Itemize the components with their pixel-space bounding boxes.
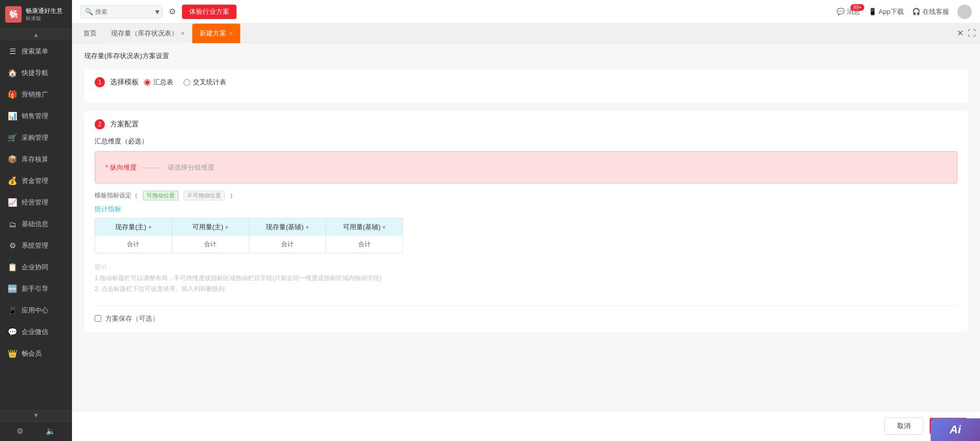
- radio-cross-input[interactable]: [184, 79, 190, 86]
- col-body-1: 合计: [172, 236, 249, 253]
- col-header-1[interactable]: 可用量(主) ▾: [172, 218, 249, 236]
- sidebar-item-system[interactable]: ⚙ 系统管理: [0, 235, 72, 256]
- app-download-btn[interactable]: 📱 App下载: [868, 7, 904, 16]
- sidebar-item-label: 搜索菜单: [22, 47, 48, 56]
- scheme-save-checkbox[interactable]: [95, 315, 101, 322]
- app-center-icon: 📱: [7, 306, 17, 315]
- sidebar-scroll-down[interactable]: ▼: [0, 410, 72, 421]
- search-dropdown[interactable]: ▼: [154, 8, 161, 16]
- message-btn[interactable]: 💬 消息 99+: [837, 7, 860, 16]
- col-header-0[interactable]: 现存量(主) ▾: [95, 218, 172, 236]
- hint-item-1: 2. 点击标题栏下拉可设置排序、插入列和删除列: [95, 285, 225, 292]
- sidebar-item-label: 系统管理: [22, 241, 48, 250]
- col-chevron-2: ▾: [306, 224, 309, 231]
- step2-label: 方案配置: [110, 120, 139, 129]
- tabs-right: ✕ ⛶: [957, 28, 976, 38]
- step1-header: 1 选择模板 汇总表 交叉统计表: [95, 77, 957, 87]
- online-service-label: 在线客服: [922, 7, 949, 16]
- quick-nav-icon: 🏠: [7, 68, 17, 78]
- sidebar-item-member[interactable]: 👑 畅会员: [0, 343, 72, 364]
- sidebar-scroll-up[interactable]: ▲: [0, 29, 72, 41]
- step1-card: 1 选择模板 汇总表 交叉统计表: [84, 69, 968, 103]
- user-avatar[interactable]: [957, 5, 972, 19]
- sidebar-item-label: 畅会员: [22, 349, 42, 358]
- trial-btn[interactable]: 体验行业方案: [182, 5, 237, 19]
- step1-label: 选择模板: [110, 78, 139, 87]
- sidebar-item-finance[interactable]: 💰 资金管理: [0, 170, 72, 192]
- cancel-button[interactable]: 取消: [884, 417, 923, 435]
- logo-icon: 畅: [5, 6, 22, 23]
- basic-info-icon: 🗂: [7, 220, 17, 229]
- sidebar: 畅 畅康通好生意 标准版 ▲ ☰ 搜索菜单 🏠 快捷导航 🎁 营销推广 📊 销售…: [0, 0, 72, 441]
- wechat-icon: 💬: [7, 327, 17, 337]
- dim-required-mark: * 纵向维度: [105, 163, 137, 172]
- tab-expand-btn[interactable]: ⛶: [968, 29, 976, 38]
- radio-summary-input[interactable]: [144, 79, 151, 86]
- new-guide-icon: 🆕: [7, 284, 17, 293]
- sidebar-item-quick-nav[interactable]: 🏠 快捷导航: [0, 62, 72, 84]
- tab-new-scheme-label: 新建方案: [199, 29, 226, 38]
- draggable-badge: 可拖动位置: [143, 191, 178, 200]
- headset-icon: 🎧: [912, 8, 920, 15]
- hint-title: 提示：: [95, 263, 113, 270]
- search-input[interactable]: [95, 8, 152, 15]
- gear-icon[interactable]: ⚙: [169, 7, 176, 16]
- page-title: 现存量(库存状况表)方案设置: [84, 51, 968, 61]
- sidebar-item-app-center[interactable]: 📱 应用中心: [0, 300, 72, 321]
- operation-icon: 📈: [7, 198, 17, 207]
- logo-text: 畅康通好生意 标准版: [26, 7, 63, 22]
- step2-num: 2: [95, 119, 105, 130]
- sidebar-item-label: 新手引导: [22, 284, 48, 293]
- sidebar-item-label: 企业协同: [22, 263, 48, 272]
- ai-fab-button[interactable]: Ai: [931, 418, 980, 441]
- tab-new-scheme[interactable]: 新建方案 ×: [192, 24, 241, 43]
- sidebar-footer: ⚙ 🔈: [0, 421, 72, 441]
- bottom-bar: 取消 查询: [72, 411, 980, 441]
- settings-icon[interactable]: ⚙: [16, 427, 23, 436]
- col-header-2[interactable]: 现存量(基辅) ▾: [249, 218, 326, 236]
- tab-new-scheme-close[interactable]: ×: [229, 30, 233, 37]
- sidebar-item-label: 库存核算: [22, 155, 48, 164]
- col-label-3: 可用量(基辅): [343, 223, 381, 232]
- search-box[interactable]: 🔍 ▼: [80, 5, 162, 19]
- contract-icon: 📋: [7, 263, 17, 272]
- system-icon: ⚙: [7, 241, 17, 250]
- sidebar-item-sales[interactable]: 📊 销售管理: [0, 105, 72, 127]
- sidebar-item-inventory[interactable]: 📦 库存核算: [0, 149, 72, 170]
- online-service-btn[interactable]: 🎧 在线客服: [912, 7, 949, 16]
- template-radio-group: 汇总表 交叉统计表: [144, 78, 226, 87]
- message-badge: 99+: [850, 4, 864, 11]
- sidebar-item-contract[interactable]: 📋 企业协同: [0, 256, 72, 278]
- member-icon: 👑: [7, 349, 17, 358]
- tab-close-btn[interactable]: ✕: [957, 28, 964, 38]
- search-icon: 🔍: [85, 8, 93, 15]
- sidebar-logo: 畅 畅康通好生意 标准版: [0, 0, 72, 29]
- col-label-1: 可用量(主): [192, 223, 224, 232]
- sidebar-item-marketing[interactable]: 🎁 营销推广: [0, 84, 72, 105]
- sidebar-item-purchase[interactable]: 🛒 采购管理: [0, 127, 72, 149]
- inventory-icon: 📦: [7, 155, 17, 164]
- non-draggable-badge: 不可拖动位置: [184, 191, 225, 200]
- tab-inventory-close[interactable]: ×: [181, 30, 185, 37]
- dimension-area[interactable]: * 纵向维度 —— 请选择分组维度: [95, 151, 957, 183]
- sidebar-item-operation[interactable]: 📈 经营管理: [0, 192, 72, 213]
- tab-home[interactable]: 首页: [76, 24, 104, 43]
- message-icon: 💬: [837, 8, 845, 15]
- dim-arrow: ——: [143, 162, 161, 173]
- tabs-bar: 首页 现存量（库存状况表） × 新建方案 × ✕ ⛶: [72, 24, 980, 43]
- radio-summary[interactable]: 汇总表: [144, 78, 173, 87]
- sidebar-item-new-guide[interactable]: 🆕 新手引导: [0, 278, 72, 300]
- radio-cross[interactable]: 交叉统计表: [184, 78, 226, 87]
- sidebar-item-label: 企业微信: [22, 327, 48, 337]
- radio-summary-label: 汇总表: [153, 78, 173, 87]
- tab-inventory-status[interactable]: 现存量（库存状况表） ×: [104, 24, 192, 43]
- sales-icon: 📊: [7, 112, 17, 121]
- speaker-icon[interactable]: 🔈: [46, 427, 56, 436]
- sidebar-item-basic-info[interactable]: 🗂 基础信息: [0, 213, 72, 235]
- finance-icon: 💰: [7, 176, 17, 186]
- col-header-3[interactable]: 可用量(基辅) ▾: [326, 218, 403, 236]
- scheme-save-label: 方案保存（可选）: [105, 314, 159, 323]
- col-label-2: 现存量(基辅): [266, 223, 304, 232]
- sidebar-item-search-menu[interactable]: ☰ 搜索菜单: [0, 41, 72, 62]
- sidebar-item-wechat[interactable]: 💬 企业微信: [0, 321, 72, 343]
